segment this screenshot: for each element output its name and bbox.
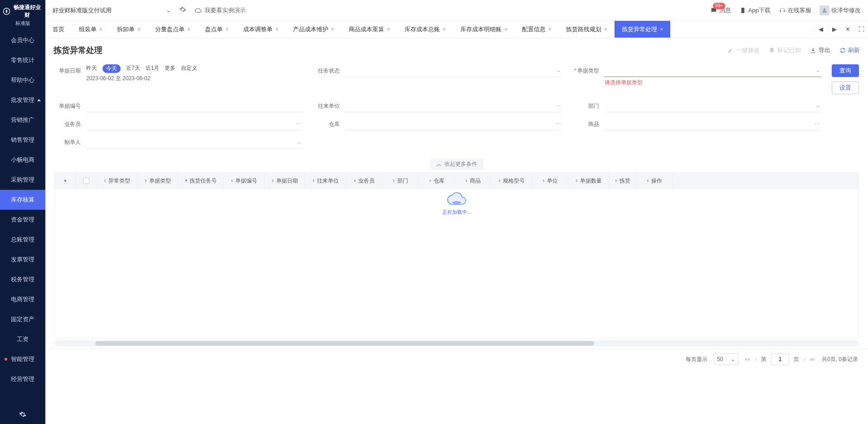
sidebar-item[interactable]: 零售统计 (0, 50, 45, 70)
table-column-header[interactable]: ▲▼单位 (532, 173, 568, 188)
close-icon[interactable]: × (137, 26, 141, 33)
tab[interactable]: 拆卸单× (110, 21, 148, 38)
tab[interactable]: 盘点单× (198, 21, 236, 38)
table-column-header[interactable]: ▲▼拣货任务号 (178, 173, 224, 188)
tab[interactable]: 组装单× (72, 21, 110, 38)
table-column-header[interactable]: ▲▼仓库 (419, 173, 455, 188)
sidebar-item[interactable]: 库存核算 (0, 190, 45, 210)
tab[interactable]: 库存成本总账× (397, 21, 453, 38)
maker-select[interactable] (86, 136, 302, 149)
more-icon[interactable]: ⋯ (296, 120, 302, 127)
date-chip[interactable]: 更多 (165, 64, 176, 73)
close-icon[interactable]: × (548, 26, 551, 33)
close-icon[interactable]: × (275, 26, 278, 33)
tab-scroll-right[interactable]: ▶ (827, 26, 841, 33)
sidebar-item[interactable]: 帮助中心 (0, 70, 45, 90)
table-column-header[interactable]: ▲▼单据日期 (264, 173, 305, 188)
horizontal-scrollbar[interactable] (54, 340, 859, 347)
first-page-button[interactable]: ⏮ (745, 356, 750, 362)
tab-close-all[interactable]: ✕ (841, 26, 854, 33)
date-chip[interactable]: 近7天 (126, 64, 140, 73)
table-column-header[interactable]: ▲▼商品 (455, 173, 491, 188)
scrollbar-thumb[interactable] (95, 341, 594, 346)
page-input[interactable] (771, 353, 789, 365)
tab[interactable]: 分量盘点单× (148, 21, 198, 38)
close-icon[interactable]: × (604, 26, 607, 33)
partner-input[interactable] (345, 100, 561, 112)
date-chip[interactable]: 昨天 (86, 64, 97, 73)
sidebar-settings-button[interactable] (0, 406, 45, 424)
tab[interactable]: 拣货路线规划× (559, 21, 614, 38)
next-page-button[interactable]: › (804, 356, 805, 362)
status-select[interactable] (345, 64, 561, 77)
date-chip[interactable]: 自定义 (181, 64, 197, 73)
sidebar-item[interactable]: 资金管理 (0, 210, 45, 230)
more-icon[interactable]: ⋯ (814, 120, 820, 127)
support-button[interactable]: 在线客服 (779, 6, 811, 14)
doc-no-input[interactable] (86, 100, 302, 112)
close-icon[interactable]: × (225, 26, 229, 33)
table-column-header[interactable]: ▲▼往来单位 (305, 173, 346, 188)
tab[interactable]: 产品成本维护× (286, 21, 341, 38)
sidebar-item[interactable]: 销售管理 (0, 130, 45, 150)
tab[interactable]: 成本调整单× (236, 21, 286, 38)
dept-select[interactable] (605, 100, 821, 112)
date-chip[interactable]: 近1月 (146, 64, 160, 73)
close-icon[interactable]: × (504, 26, 507, 33)
close-icon[interactable]: × (99, 26, 102, 33)
refresh-button[interactable]: 刷新 (839, 46, 860, 54)
tab-scroll-left[interactable]: ◀ (814, 26, 827, 33)
topbar-gear-icon[interactable] (179, 6, 186, 14)
tab[interactable]: 首页 (45, 21, 72, 38)
sidebar-item[interactable]: 小畅电商 (0, 150, 45, 170)
sidebar-item[interactable]: 总账管理 (0, 230, 45, 250)
sidebar-item[interactable]: 营销推广 (0, 110, 45, 130)
user-menu[interactable]: 徐泽华修改 (819, 5, 861, 15)
sidebar-item[interactable]: 会员中心 (0, 30, 45, 50)
messages-button[interactable]: 99+ 消息 (710, 6, 731, 14)
query-button[interactable]: 查询 (832, 64, 859, 77)
date-chip[interactable]: 今天 (102, 64, 121, 73)
mark-known-button[interactable]: 标记已知 (769, 46, 801, 54)
close-icon[interactable]: × (443, 26, 446, 33)
more-icon[interactable]: ⋯ (556, 102, 561, 109)
close-icon[interactable]: × (387, 26, 390, 33)
product-selector[interactable]: 好业财标准版交付试用 ⌄ (53, 6, 171, 14)
tab[interactable]: 商品成本重算× (341, 21, 397, 38)
sidebar-item[interactable]: 智能管理 (0, 349, 45, 369)
page-size-select[interactable]: 50 ⌄ (714, 353, 738, 365)
table-column-header[interactable]: ▲▼操作 (636, 173, 673, 188)
sidebar-item[interactable]: 税务管理 (0, 270, 45, 289)
sidebar-item[interactable]: 采购管理 (0, 170, 45, 190)
warehouse-input[interactable] (345, 118, 561, 130)
sidebar-item[interactable]: 电商管理 (0, 289, 45, 309)
app-download-button[interactable]: App下载 (739, 6, 770, 14)
tab[interactable]: 配置信息× (515, 21, 559, 38)
sidebar-item[interactable]: 发票管理 (0, 250, 45, 270)
tab[interactable]: 库存成本明细账× (453, 21, 515, 38)
batch-edit-button[interactable]: 一键修改 (727, 46, 760, 54)
sidebar-item[interactable]: 批发管理 (0, 90, 45, 110)
export-button[interactable]: 导出 (810, 46, 830, 54)
sidebar-item[interactable]: 工资 (0, 329, 45, 349)
table-column-header[interactable]: ▲▼单据编号 (224, 173, 264, 188)
table-column-header[interactable]: ▲▼拣货 (609, 173, 636, 188)
sidebar-item[interactable]: 经营管理 (0, 369, 45, 389)
table-column-header[interactable]: ▲▼单据类型 (137, 173, 178, 188)
sales-input[interactable] (86, 118, 302, 130)
last-page-button[interactable]: ⏭ (810, 356, 815, 362)
demo-link[interactable]: 我要看实例演示 (195, 6, 246, 14)
table-column-header[interactable]: ▲▼单据数量 (568, 173, 609, 188)
table-column-header[interactable]: ▲▼部门 (382, 173, 419, 188)
table-column-header[interactable]: ▲▼异常类型 (97, 173, 137, 188)
table-settings-button[interactable] (55, 173, 76, 188)
doc-type-select[interactable] (605, 64, 821, 77)
prev-page-button[interactable]: ‹ (755, 356, 756, 362)
fullscreen-button[interactable]: ⛶ (854, 26, 868, 33)
table-column-header[interactable]: ▲▼规格型号 (491, 173, 532, 188)
settings-button[interactable]: 设置 (832, 82, 859, 94)
close-icon[interactable]: × (331, 26, 334, 33)
close-icon[interactable]: × (187, 26, 190, 33)
goods-input[interactable] (605, 118, 821, 130)
close-icon[interactable]: × (660, 26, 663, 33)
